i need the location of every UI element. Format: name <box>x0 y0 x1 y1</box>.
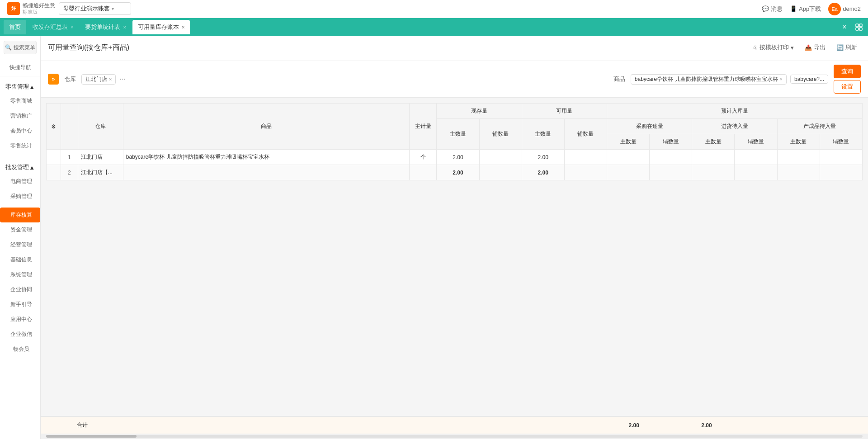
search-icon: 🔍 <box>5 44 12 51</box>
warehouse-more-btn[interactable]: ··· <box>119 75 125 83</box>
tab-available-stock-close[interactable]: × <box>182 24 184 30</box>
cell-product-2 <box>123 165 410 180</box>
sidebar-item-purchase[interactable]: 采购管理 <box>4 189 37 204</box>
footer-prod-main <box>826 417 844 434</box>
tab-home[interactable]: 首页 <box>4 20 26 34</box>
marketing-label: 营销推广 <box>10 113 32 119</box>
tab-order-stats-close[interactable]: × <box>123 24 126 30</box>
page-header: 可用量查询(按仓库+商品) 🖨 按模板打印 ▾ 📤 导出 🔄 刷新 <box>41 36 868 61</box>
wholesale-mgmt-header[interactable]: 批发管理 ▲ <box>4 160 37 174</box>
cell-purchase-main <box>607 150 650 165</box>
cell-purchase-main-2 <box>607 165 650 180</box>
footer-goods-aux <box>807 417 826 434</box>
footer-unit <box>580 417 607 434</box>
settings-button[interactable]: 设置 <box>834 80 861 94</box>
sidebar-item-basic-info[interactable]: 基础信息 <box>0 252 40 267</box>
tabs-close-all-btn[interactable]: × <box>839 22 850 33</box>
print-icon: 🖨 <box>752 44 758 51</box>
refresh-btn[interactable]: 🔄 刷新 <box>833 42 861 53</box>
sidebar-item-enterprise-wechat[interactable]: 企业微信 <box>0 327 40 342</box>
retail-mgmt-label: 零售管理 <box>5 83 29 91</box>
print-btn[interactable]: 🖨 按模板打印 ▾ <box>748 42 797 53</box>
top-bar-right: 💬 消息 📱 App下载 Ea demo2 <box>762 3 861 15</box>
horizontal-scrollbar[interactable] <box>41 434 868 439</box>
logo-area: 好 畅捷通好生意 标准版 <box>7 2 55 15</box>
export-btn[interactable]: 📤 导出 <box>801 42 829 53</box>
sidebar-item-retail-stats[interactable]: 零售统计 <box>4 138 37 153</box>
tabs-expand-btn[interactable] <box>854 22 864 33</box>
product-tag-1-remove[interactable]: × <box>780 76 783 82</box>
sidebar-item-ecommerce[interactable]: 电商管理 <box>4 174 37 189</box>
company-selector[interactable]: 母婴行业演示账套 ▾ <box>59 2 131 15</box>
sidebar-item-finance[interactable]: 资金管理 <box>0 222 40 237</box>
cell-row-num-2: 2 <box>61 165 78 180</box>
tab-receive-summary[interactable]: 收发存汇总表 × <box>27 20 79 34</box>
filter-toggle-btn[interactable]: » <box>48 74 59 85</box>
th-stock-main: 主数量 <box>437 119 479 150</box>
cell-purchase-aux <box>650 150 692 165</box>
sidebar-item-sys-mgmt[interactable]: 系统管理 <box>0 267 40 282</box>
sidebar-item-member[interactable]: 会员中心 <box>4 123 37 138</box>
cell-avail-main: 2.00 <box>522 150 564 165</box>
retail-mgmt-header[interactable]: 零售管理 ▲ <box>4 80 37 94</box>
cell-avail-main-2: 2.00 <box>522 165 564 180</box>
tab-order-stats[interactable]: 要货单统计表 × <box>80 20 131 34</box>
page-title-row: 可用量查询(按仓库+商品) 🖨 按模板打印 ▾ 📤 导出 🔄 刷新 <box>48 42 861 53</box>
sidebar-item-app-center[interactable]: 应用中心 <box>0 312 40 327</box>
content-area: 可用量查询(按仓库+商品) 🖨 按模板打印 ▾ 📤 导出 🔄 刷新 <box>41 36 868 439</box>
finance-label: 资金管理 <box>10 227 32 233</box>
warehouse-tag-remove[interactable]: × <box>109 76 112 82</box>
enterprise-label: 企业协同 <box>10 286 32 293</box>
tab-available-stock[interactable]: 可用量库存账本 × <box>132 20 190 34</box>
retail-stats-label: 零售统计 <box>10 142 32 149</box>
th-goods-pending: 进货待入量 <box>692 119 777 134</box>
tab-receive-summary-close[interactable]: × <box>71 24 73 30</box>
th-stock-aux: 辅数量 <box>479 119 522 150</box>
sidebar-item-marketing[interactable]: 营销推广 <box>4 109 37 123</box>
search-menu-btn[interactable]: 🔍 搜索菜单 <box>4 41 37 54</box>
cell-unit: 个 <box>410 150 437 165</box>
footer-stock-aux <box>661 417 679 434</box>
tab-receive-summary-label: 收发存汇总表 <box>33 23 68 31</box>
cell-row-num: 1 <box>61 150 78 165</box>
sidebar-item-ops-mgmt[interactable]: 经营管理 <box>0 237 40 252</box>
app-download-label: App下载 <box>799 5 821 13</box>
table-container: ⚙ 仓库 商品 主计量 现存量 可用量 预计入库量 主数量 辅数量 主数量 辅数… <box>41 98 868 416</box>
product-tag-2: babycare?... <box>790 75 828 84</box>
print-label: 按模板打印 <box>760 43 789 52</box>
sidebar-item-vip-member[interactable]: 畅会员 <box>0 342 40 357</box>
logo-sub-text: 标准版 <box>23 9 55 15</box>
sidebar-item-inventory[interactable]: 库存核算 <box>0 208 40 222</box>
th-avail-aux: 辅数量 <box>564 119 607 150</box>
cell-goods-aux <box>735 150 777 165</box>
product-tag-2-text: babycare?... <box>794 76 824 82</box>
warehouse-filter-label: 仓库 <box>64 75 76 83</box>
th-purchase-main: 主数量 <box>607 134 650 150</box>
sidebar-item-new-guide[interactable]: 新手引导 <box>0 297 40 312</box>
member-label: 会员中心 <box>10 127 32 134</box>
wholesale-mgmt-label: 批发管理 <box>5 163 29 171</box>
purchase-label: 采购管理 <box>10 193 32 199</box>
query-button[interactable]: 查询 <box>834 65 861 78</box>
th-prod-main: 主数量 <box>777 134 820 150</box>
cell-product: babycare学饮杯 儿童防摔防撞吸管杯重力球吸嘴杯宝宝水杯 <box>123 150 410 165</box>
message-btn[interactable]: 💬 消息 <box>762 5 783 13</box>
th-gear[interactable]: ⚙ <box>47 104 61 150</box>
filter-row: » 仓库 江北门店 × ··· 商品 babycare学饮杯 儿童防摔防撞吸管杯… <box>41 61 868 98</box>
product-tag-1-text: babycare学饮杯 儿童防摔防撞吸管杯重力球吸嘴杯宝宝水杯 <box>635 76 778 83</box>
th-avail-main: 主数量 <box>522 119 564 150</box>
cell-warehouse-2: 江北门店【... <box>78 165 123 180</box>
th-planned-inbound: 预计入库量 <box>607 104 863 119</box>
app-download-btn[interactable]: 📱 App下载 <box>790 5 821 13</box>
sidebar-item-enterprise[interactable]: 企业协同 <box>0 282 40 297</box>
sidebar-item-quick-nav[interactable]: 快捷导航 <box>0 59 40 76</box>
user-profile[interactable]: Ea demo2 <box>828 3 861 15</box>
footer-label: 合计 <box>74 417 119 434</box>
product-filter-label: 商品 <box>613 75 625 83</box>
th-purchase-aux: 辅数量 <box>650 134 692 150</box>
th-row-num <box>61 104 78 150</box>
sidebar-item-retail-store[interactable]: 零售商城 <box>4 94 37 109</box>
cell-prod-main-2 <box>777 165 820 180</box>
scrollbar-thumb[interactable] <box>46 435 137 438</box>
cell-avail-aux-2 <box>564 165 607 180</box>
